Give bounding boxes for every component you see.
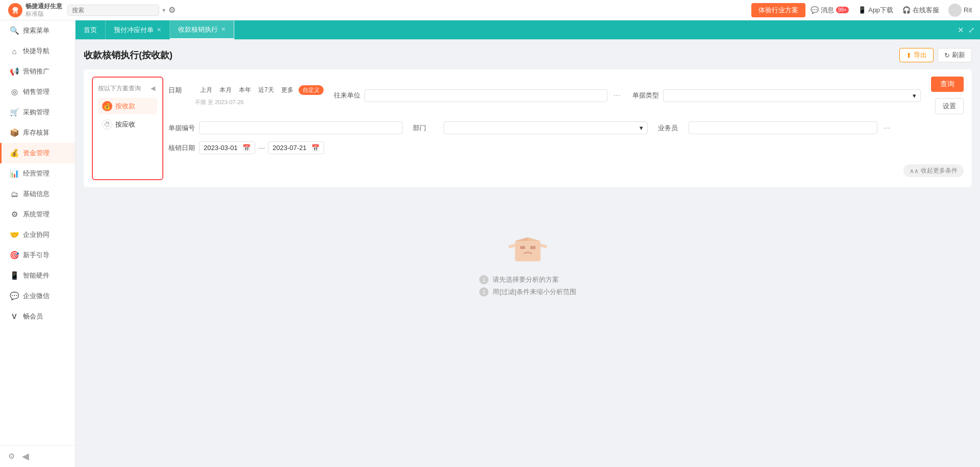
topbar-search-input[interactable] xyxy=(67,5,159,16)
setting-button[interactable]: 设置 xyxy=(935,98,964,114)
collapse-sidebar-icon[interactable]: ◀ xyxy=(22,451,29,462)
counterparty-dots-btn[interactable]: ··· xyxy=(611,91,622,100)
date-btn-more[interactable]: 更多 xyxy=(279,85,296,95)
bill-type-field: 单据类型 ▾ xyxy=(632,89,921,102)
user-avatar-item[interactable]: Rit xyxy=(948,4,972,17)
date-field: 日期 上月 本月 本年 近7天 更多 自定义 不限 至 2023-07-26 xyxy=(168,85,324,106)
sidebar-item-quick-nav[interactable]: ⌂ 快捷导航 xyxy=(0,41,75,61)
date-note: 不限 至 2023-07-26 xyxy=(195,99,243,106)
solution-button[interactable]: 体验行业方案 xyxy=(751,3,805,17)
sidebar-label-vip: 畅会员 xyxy=(23,312,43,321)
staff-input[interactable] xyxy=(689,121,877,134)
app-icon: 📱 xyxy=(858,6,866,14)
query-button[interactable]: 查询 xyxy=(931,77,964,92)
service-icon: 🎧 xyxy=(902,6,911,14)
date-custom-tag[interactable]: 自定义 xyxy=(299,85,324,95)
quick-nav-icon: ⌂ xyxy=(10,47,19,56)
staff-field: 业务员 ··· xyxy=(658,121,892,134)
date-btn-7days[interactable]: 近7天 xyxy=(256,85,276,95)
sidebar-item-hardware[interactable]: 📱 智能硬件 xyxy=(0,265,75,286)
svg-point-1 xyxy=(13,11,15,14)
start-calendar-icon: 📅 xyxy=(242,144,251,152)
message-item[interactable]: 💬 消息 99+ xyxy=(811,6,849,15)
tab-prepay[interactable]: 预付冲应付单 ✕ xyxy=(106,20,170,39)
writeoff-end-date[interactable]: 2023-07-21 📅 xyxy=(268,141,324,154)
sidebar-item-purchase[interactable]: 🛒 采购管理 xyxy=(0,102,75,122)
refresh-icon: ↻ xyxy=(944,52,950,59)
sidebar-item-cooperation[interactable]: 🤝 企业协同 xyxy=(0,225,75,245)
avatar xyxy=(948,4,962,17)
refresh-button[interactable]: ↻ 刷新 xyxy=(938,48,972,62)
sidebar-item-basic-info[interactable]: 🗂 基础信息 xyxy=(0,184,75,204)
tab-expand-icon[interactable]: ⤢ xyxy=(968,26,975,35)
empty-state: 1 请先选择要分析的方案 2 用[过滤]条件来缩小分析范围 xyxy=(84,187,972,327)
export-label: 导出 xyxy=(914,51,927,60)
writeoff-date-label: 核销日期 xyxy=(168,143,195,153)
sidebar-label-basic-info: 基础信息 xyxy=(23,189,50,199)
filter-option-by-receivable[interactable]: ⏱ 按应收 xyxy=(98,116,157,133)
sales-icon: ◎ xyxy=(10,87,19,96)
topbar-chevron-icon[interactable]: ▾ xyxy=(162,7,165,14)
counterparty-input[interactable] xyxy=(364,89,607,102)
topbar-right: 💬 消息 99+ 📱 App下载 🎧 在线客服 Rit xyxy=(811,4,972,17)
sidebar-item-search-menu[interactable]: 🔍 搜索菜单 xyxy=(0,20,75,41)
tab-home[interactable]: 首页 xyxy=(76,20,106,39)
user-name: Rit xyxy=(964,6,972,14)
tab-bar-actions: ✕ ⤢ xyxy=(952,26,980,35)
sidebar-label-hardware: 智能硬件 xyxy=(23,271,50,280)
tab-writeoff-close-icon[interactable]: ✕ xyxy=(221,26,226,33)
sidebar-item-inventory[interactable]: 📦 库存核算 xyxy=(0,122,75,143)
bill-type-select[interactable]: ▾ xyxy=(663,89,921,102)
empty-hint-2: 2 用[过滤]条件来缩小分析范围 xyxy=(479,287,576,297)
online-service-item[interactable]: 🎧 在线客服 xyxy=(902,6,939,15)
tab-prepay-close-icon[interactable]: ✕ xyxy=(157,27,161,33)
empty-hint-2-text: 用[过滤]条件来缩小分析范围 xyxy=(493,287,576,297)
date-btn-last-month[interactable]: 上月 xyxy=(198,85,214,95)
empty-icon xyxy=(502,218,553,269)
writeoff-start-date[interactable]: 2023-03-01 📅 xyxy=(199,141,255,154)
export-icon: ⬆ xyxy=(906,52,912,59)
export-button[interactable]: ⬆ 导出 xyxy=(899,48,934,62)
sidebar-item-operations[interactable]: 📊 经营管理 xyxy=(0,163,75,184)
collapse-more-button[interactable]: ∧∧ 收起更多条件 xyxy=(903,164,964,177)
cooperation-icon: 🤝 xyxy=(10,230,19,239)
tab-home-label: 首页 xyxy=(84,26,97,35)
staff-label: 业务员 xyxy=(658,124,684,133)
topbar-gear-icon[interactable]: ⚙ xyxy=(168,5,176,15)
logo-icon xyxy=(8,3,22,17)
inventory-icon: 📦 xyxy=(10,128,19,137)
filter-option-by-receipt[interactable]: 💰 按收款 xyxy=(98,98,157,114)
department-select[interactable]: ▾ xyxy=(444,121,647,134)
bill-type-label: 单据类型 xyxy=(632,91,659,100)
sidebar-label-quick-nav: 快捷导航 xyxy=(23,46,50,56)
basic-info-icon: 🗂 xyxy=(10,190,19,199)
sidebar: 🔍 搜索菜单 ⌂ 快捷导航 📢 营销推广 ◎ 销售管理 🛒 采购管理 📦 库存核… xyxy=(0,20,76,467)
operations-icon: 📊 xyxy=(10,169,19,178)
date-btn-this-month[interactable]: 本月 xyxy=(217,85,234,95)
app-download-item[interactable]: 📱 App下载 xyxy=(858,6,893,15)
sidebar-item-guide[interactable]: 🎯 新手引导 xyxy=(0,245,75,265)
sidebar-item-sales[interactable]: ◎ 销售管理 xyxy=(0,82,75,102)
sidebar-label-cooperation: 企业协同 xyxy=(23,230,50,239)
sidebar-item-vip[interactable]: V 畅会员 xyxy=(0,306,75,327)
date-btn-this-year[interactable]: 本年 xyxy=(237,85,253,95)
svg-rect-4 xyxy=(520,246,525,249)
sidebar-item-finance[interactable]: 💰 资金管理 xyxy=(0,143,75,163)
sidebar-label-operations: 经营管理 xyxy=(23,169,50,178)
tab-close-all-icon[interactable]: ✕ xyxy=(958,26,964,35)
settings-bottom-icon[interactable]: ⚙ xyxy=(8,452,15,461)
refresh-label: 刷新 xyxy=(952,51,965,60)
staff-dots-btn[interactable]: ··· xyxy=(881,124,892,133)
marketing-icon: 📢 xyxy=(10,67,19,76)
filter-collapse-arrow[interactable]: ◀ xyxy=(149,83,157,94)
purchase-icon: 🛒 xyxy=(10,108,19,117)
bill-number-input[interactable] xyxy=(199,121,403,134)
tab-writeoff[interactable]: 收款核销执行 ✕ xyxy=(170,20,234,39)
sidebar-item-wechat[interactable]: 💬 企业微信 xyxy=(0,286,75,306)
system-icon: ⚙ xyxy=(10,210,19,219)
svg-rect-7 xyxy=(540,243,547,248)
filter-left: 按以下方案查询 ◀ 💰 按收款 ⏱ 按应收 xyxy=(92,77,163,180)
sidebar-item-marketing[interactable]: 📢 营销推广 xyxy=(0,61,75,82)
sidebar-item-system[interactable]: ⚙ 系统管理 xyxy=(0,204,75,225)
department-label: 部门 xyxy=(413,124,439,133)
